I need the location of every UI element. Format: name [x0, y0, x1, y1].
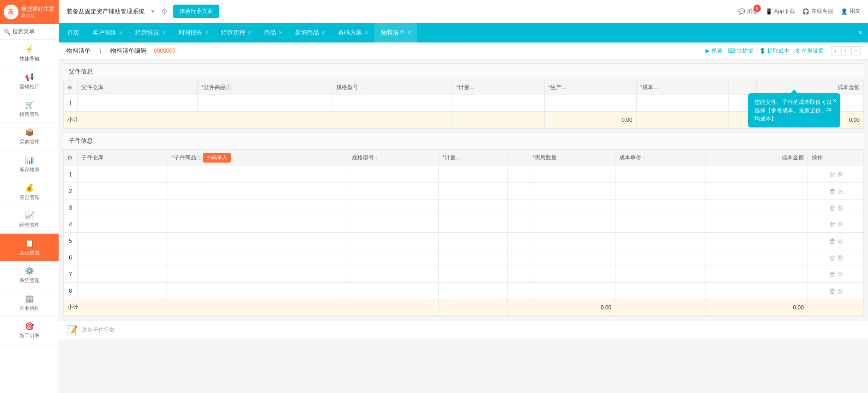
copy-icon-5[interactable]: ⎘ [838, 237, 842, 245]
child-row-2-warehouse[interactable] [78, 183, 168, 200]
sidebar-item-sales[interactable]: 🛒 销售管理 [0, 95, 59, 123]
parent-row-1-qty[interactable] [452, 95, 544, 112]
tab-bom-close[interactable]: × [408, 30, 411, 36]
breadcrumb-bom[interactable]: 物料清单 [66, 47, 90, 55]
child-row-4-goods[interactable] [168, 216, 348, 233]
child-row-3-goods[interactable] [168, 200, 348, 216]
child-row-3-qty[interactable] [439, 200, 508, 216]
child-row-2-goods[interactable] [168, 183, 348, 200]
copy-icon-6[interactable]: ⎘ [838, 254, 842, 261]
parent-th-spec[interactable]: 规格型号 [332, 80, 452, 95]
child-th-spec[interactable]: 规格型号 [348, 150, 439, 166]
tab-add-goods-close[interactable]: × [322, 30, 325, 36]
parent-row-1-prod[interactable] [544, 95, 636, 112]
tab-bom[interactable]: 物料清单 × [374, 23, 417, 42]
parent-th-goods[interactable]: *父件商品① [198, 80, 332, 95]
child-row-8-warehouse[interactable] [78, 283, 168, 299]
message-button[interactable]: 💬 6 消息 [738, 7, 758, 15]
trial-button[interactable]: 体验行业方案 [173, 5, 219, 18]
child-row-8-need-qty[interactable] [529, 283, 615, 299]
child-row-8-goods[interactable] [168, 283, 348, 299]
tab-goods[interactable]: 商品 × [258, 23, 289, 42]
child-row-7-goods[interactable] [168, 266, 348, 283]
tab-barcode[interactable]: 条码方案 × [332, 23, 374, 42]
copy-icon-7[interactable]: ⎘ [838, 271, 842, 278]
tab-operation-close[interactable]: × [162, 30, 165, 36]
tab-history-close[interactable]: × [248, 30, 251, 36]
parent-row-1-warehouse[interactable] [78, 95, 198, 112]
tab-customer[interactable]: 客户联络 × [86, 23, 129, 42]
delete-icon-7[interactable]: 🗑 [829, 271, 836, 278]
child-row-7-unit-cost[interactable] [615, 266, 706, 283]
tab-barcode-close[interactable]: × [365, 30, 368, 36]
single-settings-button[interactable]: ⚙ 单据设置 [795, 47, 824, 55]
child-row-8-spec[interactable] [348, 283, 439, 299]
child-row-7-warehouse[interactable] [78, 266, 168, 283]
tab-add-goods[interactable]: 新增商品 × [289, 23, 332, 42]
child-row-3-warehouse[interactable] [78, 200, 168, 216]
child-row-3-need-qty[interactable] [529, 200, 615, 216]
copy-icon-4[interactable]: ⎘ [838, 221, 842, 228]
sidebar-item-marketing[interactable]: 📢 营销推广 [0, 67, 59, 95]
child-row-7-spec[interactable] [348, 266, 439, 283]
parent-row-1-spec[interactable] [332, 95, 452, 112]
child-th-qty[interactable]: *计量... [439, 150, 508, 166]
prev-arrow[interactable]: ‹ [831, 46, 840, 55]
child-row-6-unit-cost[interactable] [615, 249, 706, 266]
tooltip-close-button[interactable]: × [833, 96, 837, 106]
child-row-4-qty[interactable] [439, 216, 508, 233]
child-row-6-qty[interactable] [439, 249, 508, 266]
child-row-4-need-qty[interactable] [529, 216, 615, 233]
extract-cost-button[interactable]: 💲 提取成本 [759, 47, 790, 55]
child-row-1-warehouse[interactable] [78, 166, 168, 183]
parent-th-settings[interactable]: ⚙ [64, 80, 78, 95]
child-row-5-warehouse[interactable] [78, 233, 168, 249]
tab-history[interactable]: 经营历程 × [215, 23, 258, 42]
child-row-8-unit-cost[interactable] [615, 283, 706, 299]
copy-icon-3[interactable]: ⎘ [838, 204, 842, 212]
sidebar-item-finance[interactable]: 💰 资金管理 [0, 178, 59, 206]
parent-row-1-goods[interactable] [198, 95, 332, 112]
child-row-2-unit-cost[interactable] [615, 183, 706, 200]
child-row-2-qty[interactable] [439, 183, 508, 200]
tab-operation[interactable]: 经营情况 × [129, 23, 172, 42]
delete-icon-5[interactable]: 🗑 [829, 237, 836, 245]
search-menu-item[interactable]: 🔍 搜索菜单 [0, 24, 59, 40]
delete-icon-6[interactable]: 🗑 [829, 254, 836, 261]
user-button[interactable]: 👤 用友 [841, 7, 861, 15]
child-row-8-qty[interactable] [439, 283, 508, 299]
sidebar-item-basic[interactable]: 📋 基础信息 [0, 234, 59, 261]
scan-button[interactable]: 扫码录入 [203, 153, 231, 163]
sidebar-item-operations[interactable]: 📈 经营管理 [0, 206, 59, 234]
parent-th-qty[interactable]: *计量... [452, 80, 544, 95]
child-row-5-need-qty[interactable] [529, 233, 615, 249]
child-row-1-spec[interactable] [348, 166, 439, 183]
child-row-7-qty[interactable] [439, 266, 508, 283]
child-row-2-spec[interactable] [348, 183, 439, 200]
parent-row-1-cost[interactable] [636, 95, 728, 112]
tab-customer-close[interactable]: × [119, 30, 122, 36]
add-row-label[interactable]: 添加子件行数 [82, 326, 115, 334]
sidebar-item-system[interactable]: ⚙️ 系统管理 [0, 261, 59, 289]
child-row-4-warehouse[interactable] [78, 216, 168, 233]
delete-icon-2[interactable]: 🗑 [829, 187, 836, 195]
child-row-6-need-qty[interactable] [529, 249, 615, 266]
child-th-warehouse[interactable]: 子件仓库 [78, 150, 168, 166]
online-service-button[interactable]: 🎧 在线客服 [802, 7, 833, 15]
tab-goods-close[interactable]: × [279, 30, 282, 36]
child-row-6-goods[interactable] [168, 249, 348, 266]
child-row-5-goods[interactable] [168, 233, 348, 249]
child-row-6-warehouse[interactable] [78, 249, 168, 266]
delete-icon-1[interactable]: 🗑 [829, 171, 836, 178]
copy-icon-8[interactable]: ⎘ [838, 287, 842, 295]
child-row-1-goods[interactable] [168, 166, 348, 183]
menu-arrow[interactable]: ≡ [851, 46, 861, 55]
view-video-button[interactable]: ▶ 视频 [705, 47, 722, 55]
child-row-3-unit-cost[interactable] [615, 200, 706, 216]
next-arrow[interactable]: › [841, 46, 850, 55]
child-row-3-spec[interactable] [348, 200, 439, 216]
delete-icon-4[interactable]: 🗑 [829, 221, 836, 228]
tab-profit-close[interactable]: × [205, 30, 208, 36]
dropdown-icon[interactable]: ▼ [150, 8, 156, 15]
parent-th-cost[interactable]: *成本... [636, 80, 728, 95]
